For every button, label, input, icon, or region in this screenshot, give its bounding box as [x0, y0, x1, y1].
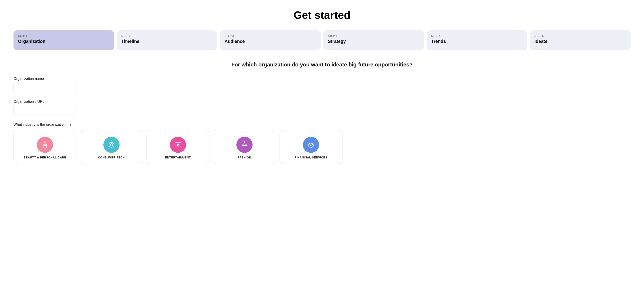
industry-name-entertainment: ENTERTAINMENT — [165, 156, 191, 159]
step-number: STEP 1 — [18, 34, 110, 37]
step-underline — [431, 47, 504, 47]
industry-label: What industry is the organization in? — [14, 123, 630, 127]
step-underline — [224, 47, 298, 47]
step-card-step2[interactable]: STEP 2 Timeline — [117, 30, 218, 50]
section-question: For which organization do you want to id… — [14, 61, 630, 68]
step-number: STEP 6 — [534, 34, 626, 37]
step-card-step5[interactable]: STEP 5 Trends — [427, 30, 528, 50]
step-name: Audience — [224, 39, 316, 44]
org-name-input[interactable] — [14, 83, 76, 93]
svg-point-12 — [308, 143, 314, 147]
step-underline — [534, 47, 608, 47]
svg-point-13 — [312, 144, 314, 145]
step-name: Ideate — [534, 39, 626, 44]
step-name: Trends — [431, 39, 523, 44]
industry-name-fashion: FASHION — [238, 156, 251, 159]
financial-icon — [303, 137, 319, 153]
beauty-icon — [37, 137, 53, 153]
industry-name-beauty: BEAUTY & PERSONAL CARE — [24, 156, 66, 159]
step-number: STEP 2 — [121, 34, 213, 37]
step-name: Organization — [18, 39, 110, 44]
step-number: STEP 5 — [431, 34, 523, 37]
industry-name-consumer-tech: CONSUMER TECH — [98, 156, 125, 159]
page-title: Get started — [14, 9, 630, 21]
industry-card-consumer-tech[interactable]: CONSUMER TECH — [80, 130, 143, 164]
industry-cards: BEAUTY & PERSONAL CARE CONSUMER TECH ENT… — [14, 130, 630, 164]
industry-card-entertainment[interactable]: ENTERTAINMENT — [146, 130, 210, 164]
steps-container: STEP 1 Organization STEP 2 Timeline STEP… — [14, 30, 630, 50]
industry-section: What industry is the organization in? BE… — [14, 123, 630, 164]
step-underline — [121, 47, 194, 47]
consumer-tech-icon — [103, 137, 120, 153]
svg-line-14 — [310, 147, 310, 148]
step-card-step3[interactable]: STEP 3 Audience — [220, 30, 321, 50]
org-name-section: Organization name — [14, 77, 86, 93]
industry-card-fashion[interactable]: FASHION — [213, 130, 276, 164]
step-underline — [328, 47, 401, 47]
org-url-label: Organization's URL — [14, 100, 86, 104]
step-card-step1[interactable]: STEP 1 Organization — [14, 30, 114, 50]
org-url-input[interactable] — [14, 106, 76, 116]
step-card-step6[interactable]: STEP 6 Ideate — [530, 30, 630, 50]
step-number: STEP 3 — [224, 34, 316, 37]
industry-name-financial: FINANCIAL SERVICES — [294, 156, 328, 159]
org-url-section: Organization's URL — [14, 100, 86, 116]
fashion-icon — [236, 137, 252, 153]
industry-card-financial[interactable]: FINANCIAL SERVICES — [280, 130, 342, 164]
svg-marker-10 — [177, 143, 180, 146]
industry-card-beauty[interactable]: BEAUTY & PERSONAL CARE — [14, 130, 76, 164]
step-number: STEP 4 — [328, 34, 420, 37]
entertainment-icon — [170, 137, 186, 153]
step-underline — [18, 47, 91, 47]
step-name: Strategy — [328, 39, 420, 44]
step-card-step4[interactable]: STEP 4 Strategy — [323, 30, 424, 50]
step-name: Timeline — [121, 39, 213, 44]
org-name-label: Organization name — [14, 77, 86, 81]
